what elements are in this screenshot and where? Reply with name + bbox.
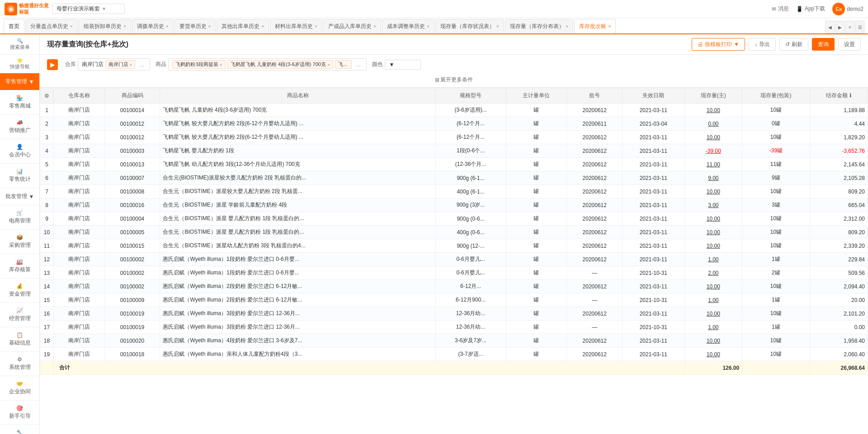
user-profile[interactable]: Ea demo2 bbox=[832, 3, 863, 15]
row-qty[interactable]: -39.00 bbox=[684, 144, 742, 158]
sidebar-item-new-guide[interactable]: 🎯 新手引导 bbox=[0, 401, 39, 425]
row-qty[interactable]: 10.00 bbox=[684, 212, 742, 226]
guide-label: 新手引导 bbox=[9, 412, 31, 420]
tab-close-button[interactable]: × bbox=[845, 21, 854, 33]
close-icon[interactable]: × bbox=[129, 62, 132, 67]
sidebar-item-app-center[interactable]: 🔧 应用中心 bbox=[0, 425, 39, 434]
product-filter-value[interactable]: 飞鹤奶粉3段两提装 × 飞鹤星飞帆 儿童奶粉 4段(3-6岁适用) 700克 ×… bbox=[168, 58, 367, 71]
sidebar-item-retail-mall[interactable]: 🏪 零售商城 bbox=[0, 90, 39, 115]
message-button[interactable]: ✉ 消息 bbox=[772, 5, 789, 13]
logo-text: 畅捷通好生意 标版 bbox=[19, 3, 49, 14]
sidebar-item-sys-mgmt[interactable]: ⚙ 系统管理 bbox=[0, 352, 39, 376]
tab-prev-button[interactable]: ◀ bbox=[826, 21, 835, 33]
warehouse-tag-badge[interactable]: 南岸门店 × bbox=[105, 60, 135, 69]
print-button[interactable]: 🖨 按模板打印 ▼ bbox=[692, 38, 745, 51]
tab-home[interactable]: 首页 bbox=[4, 19, 24, 33]
sidebar-item-inventory[interactable]: 🏭 库存核算 bbox=[0, 254, 39, 278]
row-qty[interactable]: 0.00 bbox=[684, 117, 742, 131]
row-qty[interactable]: 10.00 bbox=[684, 307, 742, 321]
row-expire: 2021-03-11 bbox=[623, 104, 684, 117]
row-qty[interactable]: 10.00 bbox=[684, 239, 742, 253]
tab-fenpan-history[interactable]: 分量盘点单历史 × bbox=[25, 19, 78, 33]
footer-total-amount: 26,968.64 bbox=[810, 361, 868, 375]
tab-tiao-bo[interactable]: 调拨单历史 × bbox=[132, 19, 174, 33]
product-tag-2[interactable]: 飞鹤星飞帆 儿童奶粉 4段(3-6岁适用) 700克 × bbox=[227, 60, 333, 69]
row-unit: 罐 bbox=[506, 266, 567, 280]
close-icon[interactable]: × bbox=[261, 24, 264, 29]
row-code: 00100012 bbox=[104, 131, 160, 144]
row-qty[interactable]: 9.00 bbox=[684, 171, 742, 185]
tab-next-button[interactable]: ▶ bbox=[835, 21, 844, 33]
tab-product-in[interactable]: 产成品入库单历史 × bbox=[323, 19, 381, 33]
refresh-button[interactable]: ↺ 刷新 bbox=[779, 38, 808, 51]
close-icon[interactable]: × bbox=[208, 24, 211, 29]
row-qty[interactable]: 1.00 bbox=[684, 321, 742, 334]
product-tag-1[interactable]: 飞鹤奶粉3段两提装 × bbox=[172, 60, 226, 69]
sidebar-item-batch-mgmt[interactable]: 批发管理 ▼ bbox=[0, 188, 39, 205]
settings-button[interactable]: 设置 bbox=[838, 38, 861, 51]
sidebar-search-button[interactable]: 🔍 搜索菜单 bbox=[0, 34, 39, 55]
row-qty[interactable]: 10.00 bbox=[684, 185, 742, 198]
tab-material-out[interactable]: 材料出库单历史 × bbox=[270, 19, 322, 33]
row-code: 00100016 bbox=[104, 198, 160, 212]
close-icon[interactable]: × bbox=[566, 24, 569, 29]
marketing-label: 营销推广 bbox=[9, 127, 31, 134]
tab-other-out[interactable]: 其他出库单历史 × bbox=[217, 19, 269, 33]
sidebar-item-basic-info[interactable]: 📋 基础信息 bbox=[0, 327, 39, 352]
sidebar-item-finance[interactable]: 💰 资金管理 bbox=[0, 278, 39, 303]
row-qty[interactable]: 3.00 bbox=[684, 198, 742, 212]
row-qty[interactable]: 2.00 bbox=[684, 266, 742, 280]
sidebar-quick-nav[interactable]: ⭐ 快捷导航 bbox=[0, 55, 39, 73]
tab-inventory-status[interactable]: 现存量（库存状况表） × bbox=[435, 19, 504, 33]
close-icon[interactable]: × bbox=[373, 24, 376, 29]
warehouse-filter-value[interactable]: 南岸门店 南岸门店 × … bbox=[78, 58, 150, 71]
row-qty[interactable]: 10.00 bbox=[684, 104, 742, 117]
app-download-button[interactable]: 📱 App下载 bbox=[796, 5, 825, 13]
close-icon[interactable]: × bbox=[166, 24, 169, 29]
sidebar-item-enterprise[interactable]: 🤝 企业协同 bbox=[0, 376, 39, 401]
filter-expand-left-button[interactable]: ▶ bbox=[47, 59, 58, 70]
row-qty[interactable]: 10.00 bbox=[684, 280, 742, 293]
row-expire: 2021-03-11 bbox=[623, 348, 684, 361]
color-filter-value[interactable]: ▼ bbox=[385, 60, 421, 70]
row-qty[interactable]: 1.00 bbox=[684, 253, 742, 266]
close-icon[interactable]: × bbox=[496, 24, 499, 29]
close-icon[interactable]: × bbox=[427, 24, 429, 29]
row-qty[interactable]: 1.00 bbox=[684, 293, 742, 307]
tab-warehouse-batch[interactable]: 库存批次账 × bbox=[574, 19, 616, 33]
sidebar-item-member[interactable]: 👤 会员中心 bbox=[0, 139, 39, 164]
close-icon[interactable]: × bbox=[327, 62, 330, 67]
row-expire: 2021-10-31 bbox=[623, 293, 684, 307]
close-icon[interactable]: × bbox=[220, 62, 222, 67]
query-button[interactable]: 查询 bbox=[812, 38, 835, 51]
row-qty[interactable]: 10.00 bbox=[684, 226, 742, 239]
col-settings[interactable]: ⚙ bbox=[40, 88, 54, 104]
tab-cost-adjust[interactable]: 成本调整单历史 × bbox=[382, 19, 434, 33]
row-batch: 20200612 bbox=[567, 131, 623, 144]
close-icon[interactable]: × bbox=[315, 24, 317, 29]
row-qty[interactable]: 10.00 bbox=[684, 131, 742, 144]
row-qty[interactable]: 11.00 bbox=[684, 158, 742, 171]
sidebar-item-ecommerce[interactable]: 🛒 电商管理 bbox=[0, 205, 39, 230]
sidebar-item-marketing[interactable]: 📣 营销推广 bbox=[0, 115, 39, 139]
tab-menu-button[interactable]: ☰ bbox=[855, 21, 864, 33]
close-icon[interactable]: × bbox=[608, 24, 611, 29]
row-spec: 6-12月... bbox=[435, 280, 506, 293]
sidebar-item-retail-mgmt[interactable]: 零售管理 ▼ bbox=[0, 73, 39, 90]
row-qty[interactable]: 10.00 bbox=[684, 348, 742, 361]
sidebar-item-purchase[interactable]: 📦 采购管理 bbox=[0, 230, 39, 254]
tab-yao-huo[interactable]: 要货单历史 × bbox=[175, 19, 216, 33]
row-unit: 罐 bbox=[506, 131, 567, 144]
table-row: 4 南岸门店 00100003 飞鹤星飞帆 婴儿配方奶粉 1段 1段(0-6个.… bbox=[40, 144, 868, 158]
industry-selector[interactable]: 母婴行业演示账套 ▼ bbox=[52, 4, 125, 14]
row-qty[interactable]: 10.00 bbox=[684, 334, 742, 348]
export-button[interactable]: ↓ 导出 bbox=[749, 38, 776, 51]
tab-zuchai-history[interactable]: 组装拆卸单历史 × bbox=[79, 19, 131, 33]
tab-inventory-dist[interactable]: 现存量（库存分布表） × bbox=[505, 19, 574, 33]
expand-more-button[interactable]: ⊞ 展开更多条件 bbox=[435, 76, 473, 84]
close-icon[interactable]: × bbox=[123, 24, 126, 29]
close-icon[interactable]: × bbox=[70, 24, 73, 29]
product-tag-3[interactable]: 飞... bbox=[335, 60, 352, 69]
sidebar-item-operations[interactable]: 📈 经营管理 bbox=[0, 303, 39, 327]
sidebar-item-retail-stats[interactable]: 📊 零售统计 bbox=[0, 164, 39, 188]
